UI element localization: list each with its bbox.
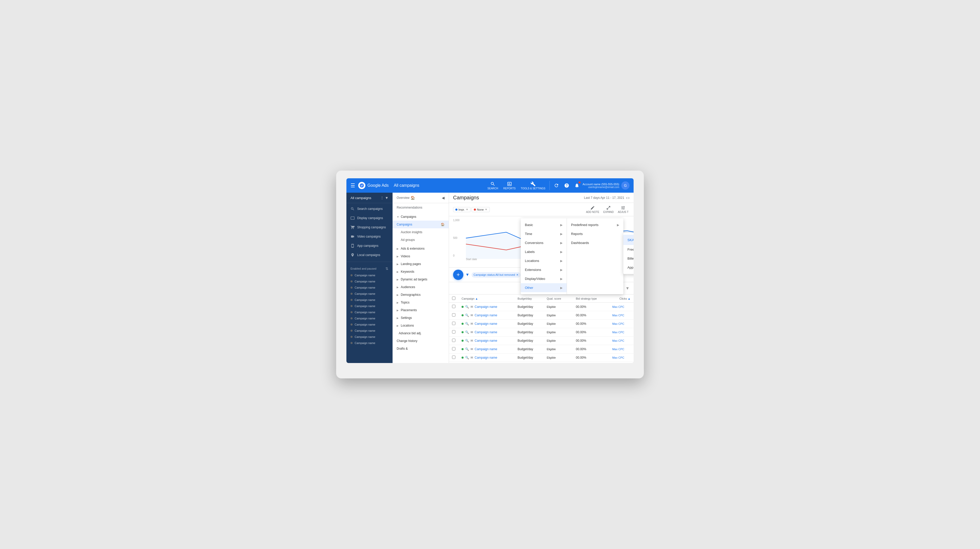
notification-btn[interactable] bbox=[572, 182, 582, 189]
list-item[interactable]: Campaign name bbox=[347, 315, 393, 321]
list-item[interactable]: Campaign name bbox=[347, 321, 393, 327]
help-btn[interactable] bbox=[562, 182, 571, 189]
campaigns-expand-arrow[interactable]: ▼ bbox=[397, 215, 399, 218]
hamburger-icon[interactable]: ☰ bbox=[350, 182, 355, 188]
campaign-status-filter[interactable]: Campaign status:All but removed ✕ bbox=[471, 272, 520, 278]
search-nav-btn[interactable]: SEARCH bbox=[485, 180, 500, 191]
date-next-btn[interactable]: › bbox=[628, 195, 630, 200]
menu-item-basic[interactable]: Basic ▶ bbox=[521, 220, 567, 229]
chart-y-label-0: 0 bbox=[453, 254, 460, 257]
menu-item-reports[interactable]: Reports bbox=[567, 229, 623, 238]
menu-item-locations[interactable]: Locations ▶ bbox=[521, 256, 567, 265]
sidebar-item-video-campaigns[interactable]: Video campaigns bbox=[347, 232, 393, 241]
campaign-name-link[interactable]: Campaign name bbox=[475, 347, 497, 351]
th-campaign[interactable]: Campaign ▲ bbox=[458, 295, 515, 303]
menu-item-display-video[interactable]: Display/Video ▶ bbox=[521, 274, 567, 283]
list-item[interactable]: Campaign name bbox=[347, 340, 393, 346]
topics-item[interactable]: ▶ Topics bbox=[393, 298, 449, 306]
advance-bid-item[interactable]: Advance bid adj. bbox=[393, 329, 449, 337]
row-checkbox[interactable] bbox=[452, 313, 455, 317]
sort-icon[interactable]: ⇅ bbox=[385, 267, 388, 271]
menu-item-billed-cost[interactable]: Billed cost bbox=[623, 254, 633, 263]
campaign-name-link[interactable]: Campaign name bbox=[475, 330, 497, 334]
date-prev-btn[interactable]: ‹ bbox=[626, 195, 627, 200]
row-checkbox[interactable] bbox=[452, 305, 455, 308]
select-all-checkbox[interactable] bbox=[452, 297, 455, 300]
ads-extensions-item[interactable]: ▶ Ads & extensions bbox=[393, 245, 449, 252]
menu-item-extensions[interactable]: Extensions ▶ bbox=[521, 265, 567, 274]
landing-pages-item[interactable]: ▶ Landing pages bbox=[393, 260, 449, 268]
filter-close-icon[interactable]: ✕ bbox=[516, 273, 519, 276]
th-budget[interactable]: Budget/day bbox=[515, 295, 544, 303]
row-checkbox[interactable] bbox=[452, 347, 455, 350]
locations-item[interactable]: ▶ Locations bbox=[393, 322, 449, 329]
add-fab-button[interactable]: + bbox=[453, 270, 463, 280]
nav-item-campaigns[interactable]: Campaigns 🏠 bbox=[393, 220, 449, 228]
campaign-name-link[interactable]: Campaign name bbox=[475, 313, 497, 317]
tools-nav-btn[interactable]: TOOLS & SETTINGS bbox=[519, 180, 547, 191]
th-clicks[interactable]: Clicks ▲ bbox=[609, 295, 633, 303]
campaign-name-link[interactable]: Campaign name bbox=[475, 339, 497, 343]
sidebar-expand-icon[interactable]: ▼ bbox=[385, 196, 388, 200]
collapse-panel-icon[interactable]: ◀ bbox=[442, 196, 445, 200]
list-item[interactable]: Campaign name bbox=[347, 290, 393, 297]
audiences-item[interactable]: ▶ Audiences bbox=[393, 283, 449, 291]
sidebar-options-icon[interactable]: ⋮ bbox=[380, 196, 384, 200]
impr-selector[interactable]: Impr. ▼ bbox=[453, 207, 471, 212]
dynamic-ad-targets-item[interactable]: ▶ Dynamic ad targets bbox=[393, 276, 449, 283]
videos-item[interactable]: ▶ Videos bbox=[393, 252, 449, 260]
sidebar-item-shopping-campaigns[interactable]: Shopping campaigns bbox=[347, 223, 393, 232]
menu-item-labels[interactable]: Labels ▶ bbox=[521, 247, 567, 256]
menu-item-other[interactable]: Other ▶ bbox=[521, 283, 567, 292]
menu-item-skan-conversions[interactable]: SKAN conversions S bbox=[623, 235, 633, 245]
list-item[interactable]: Campaign name bbox=[347, 278, 393, 284]
menu-item-time[interactable]: Time ▶ bbox=[521, 229, 567, 238]
overview-link[interactable]: Overview 🏠 bbox=[397, 196, 415, 200]
avatar[interactable]: G bbox=[621, 181, 630, 190]
campaign-name-link[interactable]: Campaign name bbox=[475, 356, 497, 359]
nav-item-auction-insights[interactable]: Auction insights bbox=[393, 228, 449, 236]
list-item[interactable]: Campaign name bbox=[347, 284, 393, 290]
bid-type-cell: Max CPC bbox=[609, 337, 633, 345]
menu-item-dashboards[interactable]: Dashboards bbox=[567, 238, 623, 247]
recommendations-link[interactable]: Recommendations bbox=[393, 203, 449, 212]
drafts-item[interactable]: Drafts & bbox=[393, 345, 449, 353]
none-selector[interactable]: None ▼ bbox=[471, 207, 490, 212]
list-item[interactable]: Campaign name bbox=[347, 303, 393, 309]
sidebar-item-local-campaigns[interactable]: Local campaigns bbox=[347, 251, 393, 260]
row-checkbox[interactable] bbox=[452, 338, 455, 342]
menu-item-app-campaigns-placement[interactable]: App campaigns placement bbox=[623, 263, 633, 272]
table-collapse-icon[interactable]: ▼ bbox=[625, 286, 630, 290]
row-checkbox[interactable] bbox=[452, 322, 455, 325]
list-item[interactable]: Campaign name bbox=[347, 297, 393, 303]
th-bid-strategy[interactable]: Bid strategy type bbox=[573, 295, 609, 303]
row-checkbox[interactable] bbox=[452, 330, 455, 334]
campaign-name-link[interactable]: Campaign name bbox=[475, 322, 497, 326]
nav-item-ad-groups[interactable]: Ad groups bbox=[393, 236, 449, 244]
placements-item[interactable]: ▶ Placements bbox=[393, 306, 449, 314]
change-history-item[interactable]: Change history bbox=[393, 337, 449, 345]
row-checkbox[interactable] bbox=[452, 356, 455, 359]
reports-nav-btn[interactable]: REPORTS bbox=[501, 180, 518, 191]
campaign-name-link[interactable]: Campaign name bbox=[475, 305, 497, 309]
menu-item-predefined-reports[interactable]: Predefined reports ▶ bbox=[567, 220, 623, 229]
expand-chart-button[interactable]: EXPAND bbox=[602, 204, 615, 214]
list-item[interactable]: Campaign name bbox=[347, 309, 393, 315]
adjust-button[interactable]: ADJUS T bbox=[617, 204, 630, 214]
filter-status-text: Campaign status:All but removed bbox=[474, 273, 515, 276]
list-item[interactable]: Campaign name bbox=[347, 334, 393, 340]
add-note-button[interactable]: ADD NOTE bbox=[585, 204, 600, 214]
keywords-item[interactable]: ▶ Keywords bbox=[393, 268, 449, 276]
sidebar-item-search-campaigns[interactable]: Search campaigns bbox=[347, 204, 393, 214]
list-item[interactable]: Campaign name bbox=[347, 272, 393, 278]
menu-item-conversions[interactable]: Conversions ▶ bbox=[521, 238, 567, 247]
refresh-btn[interactable] bbox=[552, 182, 561, 189]
menu-item-free-clicks[interactable]: Free clicks bbox=[623, 245, 633, 254]
budget-cell: Budget/day bbox=[515, 303, 544, 311]
sidebar-item-app-campaigns[interactable]: App campaigns bbox=[347, 241, 393, 251]
demographics-item[interactable]: ▶ Demographics bbox=[393, 291, 449, 298]
th-qual-score[interactable]: Qual. score bbox=[544, 295, 573, 303]
list-item[interactable]: Campaign name bbox=[347, 327, 393, 334]
settings-item[interactable]: ▶ Settings bbox=[393, 314, 449, 322]
sidebar-item-display-campaigns[interactable]: Display campaigns bbox=[347, 214, 393, 223]
